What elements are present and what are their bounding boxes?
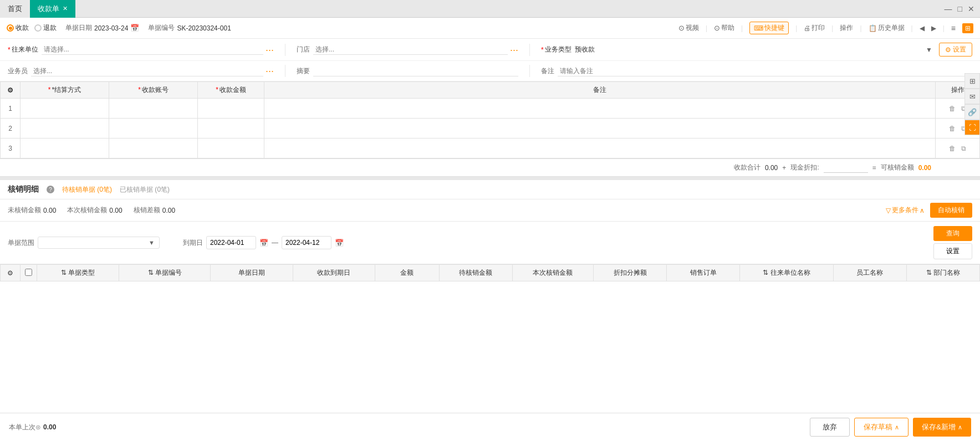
business-type-value: 预收款 xyxy=(575,45,926,54)
discard-button[interactable]: 放弃 xyxy=(810,418,850,437)
verification-table-container: ⚙ ⇅ 单据类型 ⇅ 单据编号 单据日期 xyxy=(0,264,980,413)
bth-number: ⇅ 单据编号 xyxy=(119,265,211,281)
tab-receipt[interactable]: 收款单 ✕ xyxy=(30,0,75,18)
store-input[interactable] xyxy=(313,44,508,55)
copy-row-btn-3[interactable]: ⧉ xyxy=(961,145,966,152)
select-all-checkbox[interactable] xyxy=(25,269,32,276)
bth-pending: 待核销金额 xyxy=(439,265,512,281)
range-select[interactable]: ▼ xyxy=(38,237,160,249)
bth-dept: ⇅ 部门名称 xyxy=(906,265,979,281)
auto-verif-btn[interactable]: 自动核销 xyxy=(930,203,972,218)
bth-discount: 折扣分摊额 xyxy=(594,265,667,281)
bth-checkbox[interactable] xyxy=(21,265,37,281)
summary-field: 摘要 xyxy=(297,66,518,76)
date-to-input[interactable] xyxy=(282,236,331,249)
th-account: *收款账号 xyxy=(109,82,198,99)
bth-amount: 金额 xyxy=(375,265,439,281)
cal-to-icon[interactable]: 📅 xyxy=(335,239,344,247)
available-value: 0.00 xyxy=(918,164,931,172)
nav-prev-icon[interactable]: ◀ xyxy=(920,24,925,32)
amount-cell-3[interactable] xyxy=(198,139,264,158)
th-amount: *收款金额 xyxy=(198,82,264,99)
shortcut-btn[interactable]: ⌨ 快捷键 xyxy=(749,22,789,34)
verif-settings-btn[interactable]: 设置 xyxy=(933,243,972,259)
minimize-btn[interactable]: — xyxy=(945,4,952,13)
table-row: 1 🗑 ⧉ xyxy=(1,99,980,119)
discount-input[interactable] xyxy=(824,162,868,173)
total-label: 收款合计 xyxy=(734,163,760,172)
save-new-button[interactable]: 保存&新增 ∧ xyxy=(913,418,971,437)
window-close-btn[interactable]: ✕ xyxy=(968,4,974,13)
settlement-cell-3[interactable] xyxy=(21,139,109,158)
delete-row-btn-1[interactable]: 🗑 xyxy=(949,105,956,112)
counterpart-more-icon[interactable]: ··· xyxy=(266,45,274,55)
unverified-stat: 未核销金额 0.00 xyxy=(8,206,56,215)
settlement-cell-2[interactable] xyxy=(21,119,109,139)
range-dropdown-icon: ▼ xyxy=(149,239,155,246)
settings-button[interactable]: ⚙ 设置 xyxy=(939,43,972,57)
account-cell-3[interactable] xyxy=(109,139,198,158)
operation-btn[interactable]: 操作 xyxy=(840,23,853,33)
delete-row-btn-2[interactable]: 🗑 xyxy=(949,125,956,132)
remark-cell-3[interactable] xyxy=(264,139,936,158)
current-verif-stat: 本次核销金额 0.00 xyxy=(67,206,122,215)
tab-home[interactable]: 首页 xyxy=(0,0,30,18)
staff-more-icon[interactable]: ··· xyxy=(266,66,274,76)
right-table-icon[interactable]: ⊞ xyxy=(964,73,980,89)
tab-close-icon[interactable]: ✕ xyxy=(63,5,68,12)
save-draft-arrow-icon[interactable]: ∧ xyxy=(895,424,899,431)
right-expand-icon[interactable]: ⛶ xyxy=(964,120,980,135)
account-cell-2[interactable] xyxy=(109,119,198,139)
nav-next-icon[interactable]: ▶ xyxy=(931,24,936,32)
calendar-icon[interactable]: 📅 xyxy=(130,24,139,32)
number-value: SK-20230324-001 xyxy=(177,24,231,32)
save-draft-button[interactable]: 保存草稿 ∧ xyxy=(854,418,908,437)
amount-cell-2[interactable] xyxy=(198,119,264,139)
save-new-arrow-icon[interactable]: ∧ xyxy=(958,424,962,431)
th-remark: 备注 xyxy=(264,82,936,99)
maximize-btn[interactable]: □ xyxy=(958,4,962,13)
th-settings[interactable]: ⚙ xyxy=(1,82,21,99)
grid-view-icon[interactable]: ⊞ xyxy=(962,23,973,33)
remark-input[interactable] xyxy=(558,66,972,76)
print-btn[interactable]: 🖨 打印 xyxy=(804,23,825,33)
bth-type: ⇅ 单据类型 xyxy=(37,265,119,281)
remark-cell-1[interactable] xyxy=(264,99,936,119)
summary-input[interactable] xyxy=(313,66,518,76)
pending-tab[interactable]: 待核销单据 (0笔) xyxy=(62,185,112,194)
cal-from-icon[interactable]: 📅 xyxy=(259,239,268,247)
business-type-field: * 业务类型 预收款 ▼ xyxy=(541,45,932,54)
account-cell-1[interactable] xyxy=(109,99,198,119)
help-btn[interactable]: ⊙ 帮助 xyxy=(714,23,734,33)
right-link-icon[interactable]: 🔗 xyxy=(964,104,980,120)
bth-sales: 销售订单 xyxy=(667,265,740,281)
history-btn[interactable]: 📋 历史单据 xyxy=(869,23,905,33)
bottom-diff-field: 本单上次⊙ 0.00 xyxy=(9,423,56,432)
bth-settings[interactable]: ⚙ xyxy=(1,265,21,281)
remark-cell-2[interactable] xyxy=(264,119,936,139)
refund-radio[interactable]: 退款 xyxy=(34,23,57,33)
receipt-radio[interactable]: 收款 xyxy=(7,23,29,33)
video-btn[interactable]: ⊙ 视频 xyxy=(678,23,699,33)
diff-stat: 核销差额 0.00 xyxy=(134,206,175,215)
delete-row-btn-3[interactable]: 🗑 xyxy=(949,145,956,152)
store-more-icon[interactable]: ··· xyxy=(510,45,518,55)
print-icon: 🖨 xyxy=(804,24,810,32)
due-date-field: 到期日 📅 — 📅 xyxy=(183,236,344,249)
settlement-cell-1[interactable] xyxy=(21,99,109,119)
keyboard-icon: ⌨ xyxy=(754,24,763,32)
discount-label: 现金折扣: xyxy=(790,163,819,172)
staff-input[interactable] xyxy=(31,66,263,76)
more-conditions-btn[interactable]: ▽ 更多条件 ∧ xyxy=(886,206,925,215)
business-type-dropdown-icon[interactable]: ▼ xyxy=(926,46,932,54)
verif-info-icon[interactable]: ? xyxy=(47,186,54,193)
list-view-icon[interactable]: ≡ xyxy=(951,24,956,33)
right-mail-icon[interactable]: ✉ xyxy=(964,89,980,104)
date-from-input[interactable] xyxy=(206,236,256,249)
total-value: 0.00 xyxy=(765,164,778,172)
query-btn[interactable]: 查询 xyxy=(933,226,972,241)
counterpart-input[interactable] xyxy=(42,44,263,55)
amount-cell-1[interactable] xyxy=(198,99,264,119)
done-tab[interactable]: 已核销单据 (0笔) xyxy=(120,185,170,194)
th-settlement: **结算方式 xyxy=(21,82,109,99)
